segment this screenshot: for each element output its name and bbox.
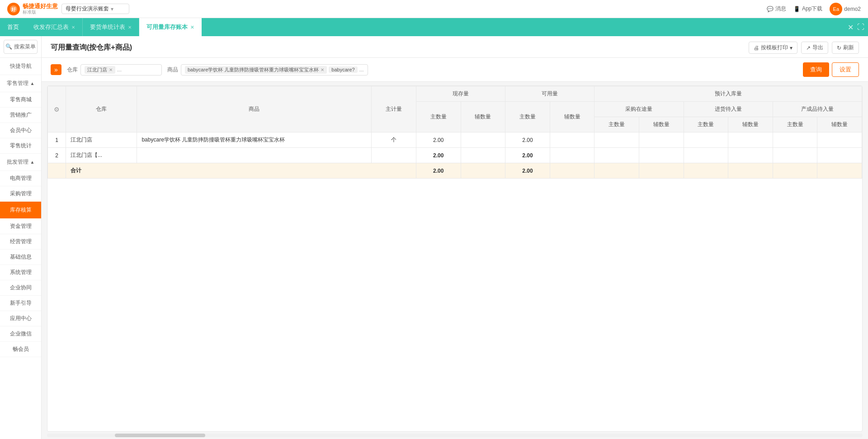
message-label: 消息 [775, 5, 786, 13]
scrollbar-area[interactable] [47, 434, 863, 437]
sidebar-item-guide[interactable]: 新手引导 [0, 296, 41, 311]
product-filter-more[interactable]: ... [359, 66, 364, 73]
sidebar-item-changhui[interactable]: 畅会员 [0, 342, 41, 357]
logo-icon: 好 [7, 3, 20, 15]
tab-home[interactable]: 首页 [0, 18, 26, 36]
nav-tabs: 首页 收发存汇总表 ✕ 要货单统计表 ✕ 可用量库存账本 ✕ ✕ ⛶ [0, 18, 868, 36]
sidebar: 🔍 搜索菜单 快捷导航 零售管理 ▲ 零售商城 营销推广 会员中心 零售统计 批… [0, 36, 42, 439]
settings-button[interactable]: 设置 [832, 62, 859, 77]
product-tag-0-close[interactable]: ✕ [321, 67, 324, 72]
print-button[interactable]: 🖨 按模板打印 ▾ [749, 42, 797, 54]
tab-receipts-label: 收发存汇总表 [33, 23, 69, 31]
app-download-label: App下载 [802, 5, 822, 13]
app-download-action[interactable]: 📱 App下载 [793, 5, 822, 13]
td-product-in-aux-1 [817, 132, 862, 148]
close-all-icon[interactable]: ✕ [848, 23, 854, 32]
sidebar-item-retail[interactable]: 零售管理 ▲ [0, 75, 41, 92]
avatar: Ea [830, 3, 842, 15]
sidebar-item-wholesale[interactable]: 批发管理 ▲ [0, 154, 41, 171]
tab-orders[interactable]: 要货单统计表 ✕ [83, 18, 139, 36]
summary-current-aux [461, 163, 505, 179]
td-avail-aux-2 [550, 148, 594, 163]
td-purchase-aux-2 [639, 148, 684, 163]
message-action[interactable]: 💬 消息 [767, 5, 786, 13]
expand-icon[interactable]: ⛶ [857, 23, 864, 31]
product-tag-container[interactable]: babycare学饮杯 儿童防摔防撞吸管杯重力球吸嘴杯宝宝水杯 ✕ babyca… [181, 64, 368, 76]
sidebar-changhui-label: 畅会员 [13, 346, 29, 352]
sidebar-item-ecommerce[interactable]: 电商管理 [0, 171, 41, 186]
store-selector[interactable]: 母婴行业演示账套 ▾ [61, 4, 129, 14]
gear-icon[interactable]: ⚙ [54, 106, 60, 113]
sidebar-operations-label: 经营管理 [10, 238, 32, 245]
sidebar-marketing-label: 营销推广 [10, 112, 32, 118]
sidebar-item-purchase[interactable]: 采购管理 [0, 186, 41, 202]
print-icon: 🖨 [754, 45, 759, 51]
export-button[interactable]: ↗ 导出 [801, 42, 828, 54]
warehouse-tag-container[interactable]: 江北门店 ✕ ... [80, 64, 162, 76]
sidebar-item-collab[interactable]: 企业协同 [0, 280, 41, 296]
logo-sub-text: 标准版 [23, 9, 58, 15]
tab-receipts[interactable]: 收发存汇总表 ✕ [26, 18, 83, 36]
logo-text-group: 畅捷通好生意 标准版 [23, 3, 58, 15]
sidebar-guide-label: 新手引导 [10, 300, 32, 306]
message-icon: 💬 [767, 6, 774, 12]
td-arrival-main-1 [684, 132, 728, 148]
chevron-down-icon: ▾ [790, 45, 793, 51]
product-filter: 商品 babycare学饮杯 儿童防摔防撞吸管杯重力球吸嘴杯宝宝水杯 ✕ bab… [167, 64, 368, 76]
warehouse-filter-label: 仓库 [67, 66, 78, 74]
th-arrival-aux: 辅数量 [728, 117, 773, 132]
td-warehouse-1: 江北门店 [66, 132, 137, 148]
sidebar-item-operations[interactable]: 经营管理 [0, 234, 41, 250]
sidebar-item-retail-stats[interactable]: 零售统计 [0, 138, 41, 154]
refresh-icon: ↻ [837, 45, 841, 51]
sidebar-basic-label: 基础信息 [10, 254, 32, 260]
td-current-aux-1 [461, 132, 505, 148]
th-product-in: 产成品待入量 [773, 102, 862, 117]
sidebar-item-inventory[interactable]: 库存核算 [0, 202, 41, 219]
query-button[interactable]: 查询 [803, 62, 829, 77]
close-icon[interactable]: ✕ [190, 25, 194, 30]
th-product-in-aux: 辅数量 [817, 117, 862, 132]
warehouse-filter-more[interactable]: ... [117, 66, 122, 73]
export-label: 导出 [812, 44, 823, 52]
page-header: 可用量查询(按仓库+商品) 🖨 按模板打印 ▾ ↗ 导出 ↻ 刷新 [42, 36, 868, 58]
sidebar-collab-label: 企业协同 [10, 284, 32, 291]
tab-available[interactable]: 可用量库存账本 ✕ [139, 18, 202, 36]
sidebar-item-member[interactable]: 会员中心 [0, 123, 41, 138]
sidebar-item-quick-nav[interactable]: 快捷导航 [0, 58, 41, 75]
td-no-2: 2 [48, 148, 66, 163]
td-product-in-aux-2 [817, 148, 862, 163]
td-avail-main-2: 2.00 [505, 148, 550, 163]
table-row: 2 江北门店【... 2.00 2.00 [48, 148, 862, 163]
user-section[interactable]: Ea demo2 [830, 3, 861, 15]
warehouse-tag-close[interactable]: ✕ [109, 67, 113, 72]
page-actions: 🖨 按模板打印 ▾ ↗ 导出 ↻ 刷新 [749, 42, 859, 54]
tab-orders-label: 要货单统计表 [90, 23, 125, 31]
td-purchase-main-2 [594, 148, 639, 163]
td-arrival-main-2 [684, 148, 728, 163]
quick-nav-label: 快捷导航 [10, 62, 32, 70]
summary-avail-main: 2.00 [505, 163, 550, 179]
sidebar-item-system[interactable]: 系统管理 [0, 265, 41, 280]
sidebar-mall-label: 零售商城 [10, 96, 32, 103]
expand-filter-button[interactable]: » [51, 64, 61, 75]
scrollbar-thumb[interactable] [115, 434, 205, 437]
sidebar-item-wechat[interactable]: 企业微信 [0, 326, 41, 342]
summary-arrival-main [684, 163, 728, 179]
refresh-button[interactable]: ↻ 刷新 [832, 42, 859, 54]
sidebar-item-mall[interactable]: 零售商城 [0, 92, 41, 108]
sidebar-item-basic[interactable]: 基础信息 [0, 250, 41, 265]
sidebar-retail-stats-label: 零售统计 [10, 142, 32, 149]
app-icon: 📱 [793, 6, 800, 12]
close-icon[interactable]: ✕ [128, 25, 132, 30]
search-menu-button[interactable]: 🔍 搜索菜单 [4, 40, 38, 54]
sidebar-item-finance[interactable]: 资金管理 [0, 219, 41, 234]
store-name: 母婴行业演示账套 [66, 5, 109, 13]
table-container: ⚙ 仓库 商品 主计量 现存量 可用量 预计入库量 主数量 辅数量 主数量 辅数… [47, 85, 863, 432]
chevron-icon: ▲ [30, 81, 35, 86]
top-bar-right: 💬 消息 📱 App下载 Ea demo2 [767, 3, 861, 15]
sidebar-item-apps[interactable]: 应用中心 [0, 311, 41, 326]
close-icon[interactable]: ✕ [71, 25, 75, 30]
sidebar-item-marketing[interactable]: 营销推广 [0, 108, 41, 123]
td-unit-2 [372, 148, 416, 163]
